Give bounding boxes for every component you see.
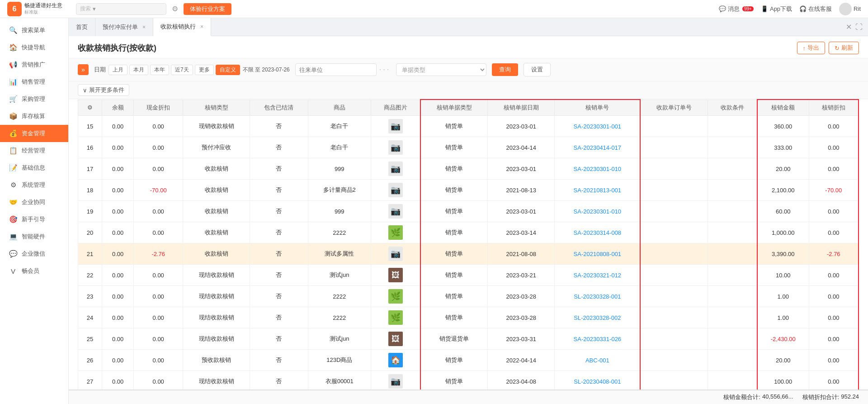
- cell-cash-discount: 0.00: [134, 201, 183, 222]
- cell-receipt-order-no: [640, 371, 708, 390]
- tab-prepay[interactable]: 预付冲应付单 ×: [95, 18, 153, 36]
- sidebar-item-finance[interactable]: 💰 资金管理: [0, 125, 68, 142]
- cell-cancel-slip-no[interactable]: SA-20230301-001: [555, 116, 641, 137]
- cell-cancel-amount: 1,000.00: [757, 222, 809, 243]
- cell-receipt-order-no: [640, 328, 708, 350]
- maximize-icon[interactable]: ⛶: [855, 23, 863, 31]
- custom-date-btn[interactable]: 自定义: [216, 65, 240, 75]
- cancel-slip-link[interactable]: SA-20230301-010: [574, 208, 622, 215]
- user-info[interactable]: Rit: [839, 3, 861, 15]
- close-window-icon[interactable]: ✕: [846, 23, 852, 31]
- cell-cancel-slip-no[interactable]: SA-20230301-010: [555, 201, 641, 222]
- cancel-amount-total-label: 核销金额合计:: [723, 393, 760, 401]
- guide-icon: 🎯: [9, 215, 17, 223]
- cell-cancel-amount: 10.00: [757, 265, 809, 286]
- top-search-box[interactable]: 搜索 ▾: [76, 3, 166, 15]
- app-download[interactable]: 📱 App下载: [761, 5, 792, 13]
- cell-cancel-slip-no[interactable]: SA-20230301-010: [555, 158, 641, 180]
- sidebar-item-purchase[interactable]: 🛒 采购管理: [0, 90, 68, 108]
- sidebar-item-inventory[interactable]: 📦 库存核算: [0, 108, 68, 125]
- cell-include-settled: 否: [250, 116, 308, 137]
- cell-cancel-slip-type: 销货单: [420, 243, 488, 265]
- cancel-slip-link[interactable]: SA-20230414-017: [574, 144, 622, 151]
- sidebar-item-basic[interactable]: 📝 基础信息: [0, 159, 68, 176]
- sidebar-item-hardware[interactable]: 💻 智能硬件: [0, 228, 68, 245]
- cancel-slip-link[interactable]: SA-20210808-001: [574, 251, 622, 257]
- cell-receipt-terms: [708, 137, 757, 158]
- cell-cancel-slip-no[interactable]: SA-20230414-017: [555, 137, 641, 158]
- cancel-slip-link[interactable]: SA-20230331-026: [574, 336, 622, 342]
- partner-input[interactable]: [295, 63, 377, 76]
- receivable-tab-close[interactable]: ×: [200, 24, 203, 30]
- cell-cancel-slip-no[interactable]: SA-20210813-001: [555, 180, 641, 201]
- cancel-slip-link[interactable]: SA-20230301-001: [574, 123, 622, 130]
- filter-expand-button[interactable]: »: [78, 64, 89, 75]
- cancel-slip-link[interactable]: SL-20230328-002: [574, 314, 621, 321]
- cell-cancel-slip-date: 2021-08-13: [488, 180, 555, 201]
- sidebar-item-collab[interactable]: 🤝 企业协同: [0, 194, 68, 211]
- settings-icon[interactable]: ⚙: [172, 5, 178, 13]
- cell-cancel-slip-no[interactable]: SL-20230408-001: [555, 371, 641, 390]
- query-button[interactable]: 查询: [492, 63, 518, 76]
- cell-cancel-slip-no[interactable]: SA-20230331-026: [555, 328, 641, 350]
- cancel-slip-link[interactable]: ABC-001: [585, 357, 609, 364]
- this-year-btn[interactable]: 本年: [150, 65, 169, 75]
- cell-goods-img: 📷: [371, 201, 420, 222]
- table-head: ⚙ 余额 现金折扣 核销类型 包含已结清 商品 商品图片 核销单据类型 核销单据…: [78, 100, 859, 116]
- cell-cancel-discount: 0.00: [809, 371, 859, 390]
- table-row: 24 0.00 0.00 现结收款核销 否 2222 🌿 销货单 2023-03…: [78, 307, 859, 328]
- sidebar-item-quick-nav[interactable]: 🏠 快捷导航: [0, 39, 68, 56]
- cell-cancel-amount: -2,430.00: [757, 328, 809, 350]
- solution-button[interactable]: 体验行业方案: [184, 3, 231, 15]
- header-row: ⚙ 余额 现金折扣 核销类型 包含已结清 商品 商品图片 核销单据类型 核销单据…: [78, 100, 859, 116]
- slip-type-select[interactable]: 单据类型: [396, 63, 486, 76]
- cell-cash-discount: 0.00: [134, 286, 183, 307]
- sidebar-item-member[interactable]: V 畅会员: [0, 262, 68, 280]
- cancel-slip-link[interactable]: SL-20230408-001: [574, 378, 621, 385]
- sidebar-item-sales[interactable]: 📊 销售管理: [0, 73, 68, 90]
- tab-receivable[interactable]: 收款核销执行 ×: [153, 18, 211, 36]
- cell-cancel-slip-no[interactable]: ABC-001: [555, 350, 641, 371]
- more-date-btn[interactable]: 更多: [195, 65, 214, 75]
- last-month-btn[interactable]: 上月: [108, 65, 127, 75]
- online-service[interactable]: 🎧 在线客服: [799, 5, 832, 13]
- prepay-tab-close[interactable]: ×: [142, 24, 146, 30]
- cell-cancel-slip-no[interactable]: SL-20230328-001: [555, 286, 641, 307]
- sidebar-item-guide[interactable]: 🎯 新手引导: [0, 211, 68, 228]
- table-body: 15 0.00 0.00 现销收款核销 否 老白干 📷 销货单 2023-03-…: [78, 116, 859, 390]
- cancel-slip-link[interactable]: SA-20230314-008: [574, 229, 622, 236]
- sidebar-label-quick-nav: 快捷导航: [22, 43, 45, 52]
- sidebar-item-operation[interactable]: 📋 经营管理: [0, 142, 68, 159]
- cell-balance: 0.00: [102, 350, 133, 371]
- cancel-slip-link[interactable]: SA-20230321-012: [574, 272, 622, 279]
- refresh-button[interactable]: ↻ 刷新: [829, 42, 859, 54]
- th-cancel-slip-type: 核销单据类型: [420, 100, 488, 116]
- sidebar-item-search[interactable]: 🔍 搜索菜单: [0, 22, 68, 39]
- cell-cancel-slip-no[interactable]: SA-20210808-001: [555, 243, 641, 265]
- tab-home[interactable]: 首页: [69, 18, 95, 36]
- expand-more-button[interactable]: ∨ 展开更多条件: [78, 84, 129, 96]
- table-row: 19 0.00 0.00 收款核销 否 999 📷 销货单 2023-03-01…: [78, 201, 859, 222]
- search-placeholder: 搜索: [80, 5, 91, 13]
- cancel-slip-link[interactable]: SL-20230328-001: [574, 293, 621, 300]
- cell-cancel-slip-no[interactable]: SA-20230321-012: [555, 265, 641, 286]
- cancel-slip-link[interactable]: SA-20210813-001: [574, 187, 622, 194]
- cell-cancel-discount: 0.00: [809, 328, 859, 350]
- table-area[interactable]: ⚙ 余额 现金折扣 核销类型 包含已结清 商品 商品图片 核销单据类型 核销单据…: [69, 99, 868, 390]
- expand-more-label: 展开更多条件: [89, 86, 124, 94]
- export-button[interactable]: ↑ 导出: [797, 42, 826, 54]
- sidebar-item-system[interactable]: ⚙ 系统管理: [0, 176, 68, 194]
- message-badge[interactable]: 💬 消息 99+: [719, 5, 754, 13]
- sidebar-item-marketing[interactable]: 📢 营销推广: [0, 56, 68, 73]
- th-settings[interactable]: ⚙: [78, 100, 102, 116]
- settings-button[interactable]: 设置: [524, 63, 551, 76]
- this-month-btn[interactable]: 本月: [129, 65, 148, 75]
- sidebar-item-wechat[interactable]: 💬 企业微信: [0, 245, 68, 262]
- cell-cancel-slip-no[interactable]: SL-20230328-002: [555, 307, 641, 328]
- cell-cancel-type: 预付冲应收: [183, 137, 250, 158]
- cell-cancel-slip-no[interactable]: SA-20230314-008: [555, 222, 641, 243]
- service-icon: 🎧: [799, 5, 807, 12]
- last-7days-btn[interactable]: 近7天: [171, 65, 193, 75]
- cancel-slip-link[interactable]: SA-20230301-010: [574, 166, 622, 172]
- chevron-down-icon[interactable]: ▾: [93, 5, 96, 12]
